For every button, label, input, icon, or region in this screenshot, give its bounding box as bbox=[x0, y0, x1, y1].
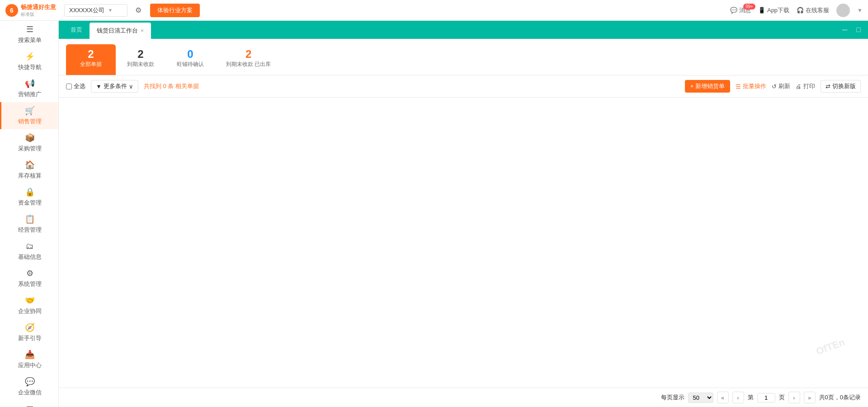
username: ▼ bbox=[857, 7, 863, 14]
prev-page-button[interactable]: ‹ bbox=[732, 392, 744, 403]
system-icon: ⚙ bbox=[26, 268, 33, 278]
sidebar-item-weixin[interactable]: 💬 企业微信 bbox=[0, 373, 58, 400]
operation-icon: 📋 bbox=[25, 214, 35, 224]
per-page-select[interactable]: 50 100 200 bbox=[688, 393, 713, 403]
batch-operation-button[interactable]: ☰ 批量操作 bbox=[736, 82, 766, 90]
switch-label: 切换新版 bbox=[832, 82, 856, 90]
company-selector[interactable]: XXXXXX公司 ▼ bbox=[64, 4, 127, 17]
stat-label-all: 全部单据 bbox=[77, 61, 105, 68]
toolbar-right: + 新增销货单 ☰ 批量操作 ↺ 刷新 🖨 打印 ⇄ bbox=[685, 80, 861, 93]
toolbar-left: 全选 ▼ 更多条件 ∨ 共找到 0 条 相关单据 bbox=[66, 80, 199, 93]
stat-card-all[interactable]: 2 全部单据 bbox=[66, 44, 116, 75]
experience-button[interactable]: 体验行业方案 bbox=[150, 4, 200, 17]
sidebar-item-finance[interactable]: 🔒 资金管理 bbox=[0, 183, 58, 211]
batch-icon: ☰ bbox=[736, 83, 741, 90]
next-page-button[interactable]: › bbox=[788, 392, 800, 403]
app-download-icon: 📱 bbox=[758, 7, 765, 14]
online-service-label: 在线客服 bbox=[806, 6, 829, 14]
logo-area: 6 畅捷通好生意 标准版 bbox=[5, 3, 64, 18]
stat-label-shipped: 到期未收款 已出库 bbox=[226, 61, 271, 68]
refresh-label: 刷新 bbox=[778, 82, 790, 90]
filter-arrow-icon: ∨ bbox=[129, 83, 133, 90]
top-bar: 6 畅捷通好生意 标准版 XXXXXX公司 ▼ ⚙ 体验行业方案 💬 消息 99… bbox=[0, 0, 868, 21]
sidebar-label-sales: 销售管理 bbox=[18, 117, 42, 126]
sidebar-item-guide[interactable]: 🧭 新手引导 bbox=[0, 319, 58, 346]
quick-nav-icon: ⚡ bbox=[25, 51, 35, 61]
company-name: XXXXXX公司 bbox=[69, 6, 104, 14]
finance-icon: 🔒 bbox=[25, 187, 35, 197]
page-suffix: 页 bbox=[779, 393, 785, 402]
stat-card-overdue[interactable]: 2 到期未收款 bbox=[116, 44, 165, 75]
settings-button[interactable]: ⚙ bbox=[131, 3, 146, 18]
purchase-icon: 📦 bbox=[25, 133, 35, 143]
sidebar-item-system[interactable]: ⚙ 系统管理 bbox=[0, 265, 58, 292]
stat-label-pending: 旺铺待确认 bbox=[176, 61, 204, 68]
sales-icon: 🛒 bbox=[25, 106, 35, 116]
sidebar-item-operation[interactable]: 📋 经营管理 bbox=[0, 211, 58, 238]
last-page-button[interactable]: » bbox=[804, 392, 816, 403]
sidebar-label-app-center: 应用中心 bbox=[18, 361, 42, 370]
sidebar-item-enterprise[interactable]: 🤝 企业协同 bbox=[0, 292, 58, 319]
more-filter-label: 更多条件 bbox=[104, 82, 127, 90]
switch-version-button[interactable]: ⇄ 切换新版 bbox=[821, 80, 861, 93]
tab-workbench-label: 钱货日清工作台 bbox=[97, 27, 138, 35]
top-right: 💬 消息 99+ 📱 App下载 🎧 在线客服 ▼ bbox=[730, 4, 863, 17]
select-all-label: 全选 bbox=[74, 82, 85, 90]
stat-card-pending[interactable]: 0 旺铺待确认 bbox=[165, 44, 215, 75]
print-label: 打印 bbox=[803, 82, 815, 90]
guide-icon: 🧭 bbox=[25, 323, 35, 332]
logo-icon: 6 bbox=[5, 4, 18, 17]
sidebar-item-member[interactable]: ▽ 畅会员 bbox=[0, 400, 58, 407]
logo-text: 畅捷通好生意 标准版 bbox=[21, 3, 56, 18]
result-text: 共找到 0 条 相关单据 bbox=[144, 82, 199, 90]
sidebar-label-operation: 经营管理 bbox=[18, 226, 42, 234]
sidebar-label-basic-info: 基础信息 bbox=[18, 253, 42, 261]
logo-sub: 标准版 bbox=[21, 11, 56, 18]
print-button[interactable]: 🖨 打印 bbox=[796, 82, 815, 90]
inventory-icon: 🏠 bbox=[25, 160, 35, 170]
refresh-icon: ↺ bbox=[772, 83, 777, 90]
sidebar-item-marketing[interactable]: 📢 营销推广 bbox=[0, 75, 58, 102]
stat-label-overdue: 到期未收款 bbox=[127, 61, 155, 68]
content-area: 首页 钱货日清工作台 × ─ □ 2 全部单据 2 到期未收款 bbox=[59, 21, 868, 407]
current-page-input[interactable] bbox=[757, 393, 775, 402]
message-badge: 99+ bbox=[743, 4, 755, 9]
app-download-button[interactable]: 📱 App下载 bbox=[758, 6, 789, 14]
company-arrow-icon: ▼ bbox=[108, 8, 113, 13]
new-sale-order-button[interactable]: + 新增销货单 bbox=[685, 80, 730, 93]
sidebar-item-app-center[interactable]: 📥 应用中心 bbox=[0, 346, 58, 373]
tab-workbench[interactable]: 钱货日清工作台 × bbox=[90, 23, 151, 39]
sidebar-item-purchase[interactable]: 📦 采购管理 bbox=[0, 129, 58, 156]
sidebar-item-sales[interactable]: 🛒 销售管理 bbox=[0, 102, 58, 129]
sidebar-item-basic-info[interactable]: 🗂 基础信息 bbox=[0, 238, 58, 265]
select-all-checkbox[interactable]: 全选 bbox=[66, 82, 85, 90]
sidebar-label-finance: 资金管理 bbox=[18, 199, 42, 207]
sidebar-item-inventory[interactable]: 🏠 库存核算 bbox=[0, 156, 58, 183]
first-page-button[interactable]: « bbox=[717, 392, 729, 403]
tab-home[interactable]: 首页 bbox=[63, 21, 90, 39]
more-filter-button[interactable]: ▼ 更多条件 ∨ bbox=[91, 80, 138, 93]
stat-card-shipped[interactable]: 2 到期未收款 已出库 bbox=[215, 44, 282, 75]
select-all-input[interactable] bbox=[66, 84, 72, 89]
logo-name: 畅捷通好生意 bbox=[21, 3, 56, 11]
sidebar-label-enterprise: 企业协同 bbox=[18, 307, 42, 315]
refresh-button[interactable]: ↺ 刷新 bbox=[772, 82, 790, 90]
sidebar-label-purchase: 采购管理 bbox=[18, 145, 42, 153]
avatar[interactable] bbox=[836, 4, 850, 17]
sidebar-label-search-menu: 搜索菜单 bbox=[18, 36, 42, 44]
enterprise-icon: 🤝 bbox=[25, 295, 35, 305]
window-minimize-button[interactable]: ─ bbox=[840, 26, 850, 34]
sidebar-item-quick-nav[interactable]: ⚡ 快捷导航 bbox=[0, 48, 58, 75]
member-icon: ▽ bbox=[27, 404, 33, 407]
window-maximize-button[interactable]: □ bbox=[854, 26, 863, 34]
message-button[interactable]: 💬 消息 99+ bbox=[730, 6, 751, 14]
message-icon: 💬 bbox=[730, 7, 737, 14]
search-menu-icon: ☰ bbox=[26, 24, 33, 34]
total-label: 共0页，0条记录 bbox=[819, 393, 861, 402]
pagination-bar: 每页显示 50 100 200 « ‹ 第 页 › » 共0页，0条记录 bbox=[59, 388, 868, 407]
tab-close-icon[interactable]: × bbox=[141, 28, 144, 34]
online-service-button[interactable]: 🎧 在线客服 bbox=[797, 6, 829, 14]
sidebar-item-search-menu[interactable]: ☰ 搜索菜单 bbox=[0, 21, 58, 48]
marketing-icon: 📢 bbox=[25, 79, 35, 89]
tabs-bar: 首页 钱货日清工作台 × ─ □ bbox=[59, 21, 868, 39]
